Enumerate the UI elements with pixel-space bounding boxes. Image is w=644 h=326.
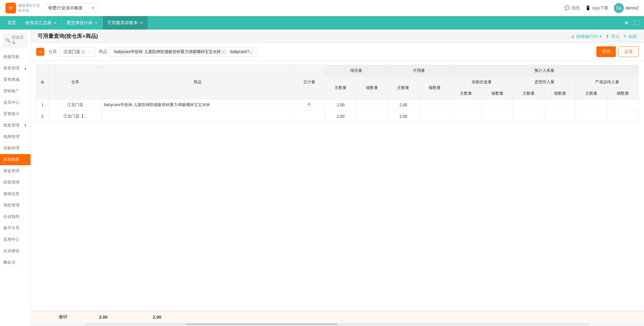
sidebar-item-member-center[interactable]: 会员中心 [0, 97, 31, 108]
sidebar: 🔍 搜索菜单 快捷导航 零售管理 零售商城 营销推广 会员中心 零售统计 批发管… [0, 30, 31, 326]
sidebar-item-quick-nav[interactable]: 快捷导航 [0, 51, 31, 63]
sidebar-item-finance-mgmt[interactable]: 资金管理 [0, 166, 31, 177]
message-action[interactable]: 💬 消息 [565, 5, 580, 11]
th-inbound-main: 主数量 [513, 88, 544, 99]
search-icon: 🔍 [5, 38, 10, 43]
footer-total-label: 合计 [36, 314, 90, 320]
th-product-aux: 辅数量 [607, 88, 639, 99]
horizontal-scrollbar[interactable] [31, 323, 644, 326]
product-tag1-text: babycare学饮杯 儿童防摔防撞吸管杯重力球吸嘴杯宝宝水杯 [114, 49, 221, 55]
sidebar-item-enterprise-collab[interactable]: 企业协同 [0, 211, 31, 223]
cell-product-aux [607, 99, 639, 111]
sidebar-item-inventory-check[interactable]: 库存核算 [0, 154, 31, 166]
refresh-btn[interactable]: ↻ 刷新 [624, 34, 637, 40]
message-icon: 💬 [565, 5, 570, 10]
sidebar-item-system-mgmt-label: 系统管理 [3, 202, 19, 208]
cell-product-main [576, 111, 607, 122]
sidebar-item-member-center-label: 会员中心 [3, 100, 19, 105]
filter-expand-btn[interactable]: » [36, 48, 44, 56]
th-product-main: 主数量 [576, 88, 607, 99]
maximize-tab-btn[interactable]: ⛶ [632, 19, 641, 27]
sidebar-item-system-mgmt[interactable]: 系统管理 [0, 200, 31, 211]
data-table: ⚙ 仓库 商品 主计量 现存量 可用量 预计入库量 主数量 辅数量 主数量 辅数… [36, 65, 639, 122]
sidebar-item-wholesale-mgmt-label: 批发管理 [3, 123, 19, 128]
sidebar-search-area[interactable]: 🔍 搜索菜单 [0, 30, 31, 51]
cell-inbound-aux [544, 99, 576, 111]
cell-avail-main: 2.00 [388, 99, 419, 111]
filter-warehouse-item: 仓库 江北门店 ✕ ··· [48, 47, 95, 57]
warehouse-ellipsis[interactable]: ··· [88, 49, 92, 54]
sidebar-item-app-center[interactable]: 应用中心 [0, 234, 31, 245]
footer-inbound-main [251, 315, 278, 320]
industry-selector-label: 母婴行业演示账套 [48, 5, 83, 11]
close-tab-btn[interactable]: ✕ [622, 19, 631, 27]
tab-order-stats-label: 要货单统计表 [66, 20, 93, 26]
scroll-thumb[interactable] [186, 323, 337, 325]
warehouse-tag-close[interactable]: ✕ [82, 50, 85, 54]
cell-avail-main: 2.00 [388, 111, 419, 122]
product-tag2-text: babycare?... [230, 49, 253, 54]
tab-available-stock-close[interactable]: ✕ [140, 21, 143, 25]
app-download-action[interactable]: 📱 App下载 [585, 5, 608, 11]
query-button[interactable]: 查询 [596, 46, 616, 57]
setting-button[interactable]: 设置 [619, 46, 639, 57]
sidebar-item-wholesale-mgmt[interactable]: 批发管理 [0, 120, 31, 131]
print-btn[interactable]: 🖨 按模板打印 ▾ [571, 34, 602, 40]
sidebar-item-retail-mall[interactable]: 零售商城 [0, 74, 31, 86]
sidebar-item-retail-mgmt[interactable]: 零售管理 [0, 63, 31, 74]
th-pur-transit-group: 采购在途量 [450, 77, 513, 88]
filter-bar: » 仓库 江北门店 ✕ ··· 商品 babycare学饮杯 儿童防摔防撞吸管杯… [31, 43, 644, 61]
cell-avail-aux [419, 111, 450, 122]
tab-receipt-summary-close[interactable]: ✕ [54, 21, 57, 25]
cell-inbound-main [513, 99, 544, 111]
sidebar-item-retail-stats[interactable]: 零售统计 [0, 108, 31, 120]
sidebar-item-operations-mgmt[interactable]: 经营管理 [0, 177, 31, 188]
sidebar-item-retail-stats-label: 零售统计 [3, 111, 19, 117]
sidebar-item-enterprise-wechat[interactable]: 企业微信 [0, 245, 31, 257]
tab-available-stock[interactable]: 可用量库存账本 ✕ [103, 16, 148, 30]
sidebar-item-basic-info[interactable]: 基础信息 [0, 188, 31, 200]
table-wrapper: ⚙ 仓库 商品 主计量 现存量 可用量 预计入库量 主数量 辅数量 主数量 辅数… [31, 61, 644, 311]
th-settings[interactable]: ⚙ [37, 65, 49, 99]
product-tag2: babycare?... [228, 49, 255, 54]
sidebar-item-marketing[interactable]: 营销推广 [0, 86, 31, 97]
sidebar-item-basic-info-label: 基础信息 [3, 191, 19, 197]
tab-home-label: 首页 [7, 20, 16, 26]
cell-pur-transit-main [450, 111, 482, 122]
sidebar-item-marketing-label: 营销推广 [3, 88, 19, 94]
tab-home[interactable]: 首页 [3, 16, 21, 30]
top-header: 好 畅捷通好生意 标准版 母婴行业演示账套 ▾ 💬 消息 📱 App下载 Ea … [0, 0, 644, 16]
sidebar-search-inner[interactable]: 🔍 搜索菜单 [3, 33, 28, 48]
scroll-track [85, 323, 590, 325]
sidebar-item-finance-mgmt-label: 资金管理 [3, 168, 19, 174]
sidebar-item-new-guide[interactable]: 新手引导 [0, 223, 31, 234]
sidebar-item-purchase-mgmt[interactable]: 采购管理 [0, 143, 31, 154]
warehouse-filter-value[interactable]: 江北门店 ✕ ··· [59, 47, 95, 57]
industry-selector[interactable]: 母婴行业演示账套 ▾ [44, 3, 98, 13]
tab-order-stats[interactable]: 要货单统计表 ✕ [62, 16, 103, 30]
cell-avail-aux [419, 99, 450, 111]
export-label: 导出 [611, 34, 620, 40]
product-filter-value[interactable]: babycare学饮杯 儿童防摔防撞吸管杯重力球吸嘴杯宝宝水杯 ✕ babyca… [109, 47, 258, 57]
sidebar-item-ecommerce-mgmt[interactable]: 电商管理 [0, 131, 31, 143]
sidebar-item-ecommerce-mgmt-label: 电商管理 [3, 134, 19, 140]
cell-pur-transit-aux [482, 99, 513, 111]
sidebar-item-operations-mgmt-label: 经营管理 [3, 180, 19, 185]
th-pur-transit-main: 主数量 [450, 88, 482, 99]
table-row: 2 江北门店【... 2.00 2.00 [37, 111, 639, 122]
product-tag1-close[interactable]: ✕ [222, 50, 225, 54]
cell-stock-main: 2.00 [325, 111, 356, 122]
sidebar-item-vip-member[interactable]: 畅会员 [0, 257, 31, 268]
cell-no: 1 [37, 99, 49, 111]
tab-receipt-summary[interactable]: 收发存汇总表 ✕ [21, 16, 62, 30]
user-profile[interactable]: Ea demo2 [614, 3, 639, 13]
cell-product-main [576, 99, 607, 111]
th-forecast-group: 预计入库量 [450, 65, 639, 77]
footer-pur-transit-aux [224, 315, 251, 320]
tab-order-stats-close[interactable]: ✕ [95, 21, 98, 25]
export-btn[interactable]: ⬆ 导出 [606, 34, 620, 40]
expand-icon: » [39, 49, 42, 54]
sidebar-item-purchase-mgmt-label: 采购管理 [3, 145, 19, 151]
sidebar-item-new-guide-label: 新手引导 [3, 225, 19, 231]
product-tag1: babycare学饮杯 儿童防摔防撞吸管杯重力球吸嘴杯宝宝水杯 ✕ [112, 49, 227, 55]
